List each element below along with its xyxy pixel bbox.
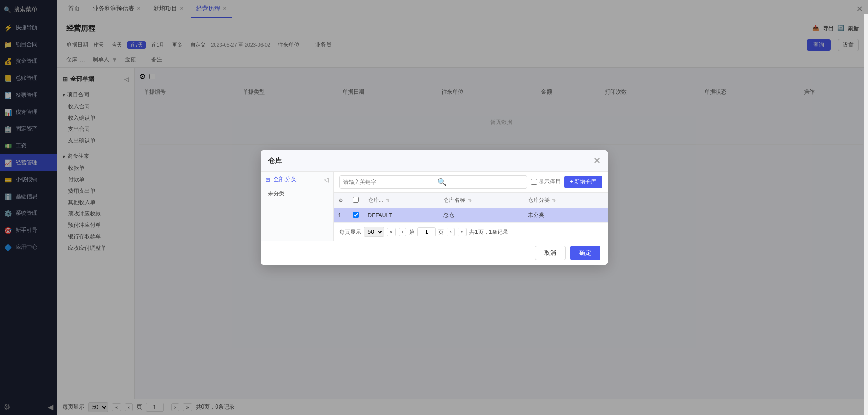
dialog-total-info: 共1页，1条记录	[469, 228, 508, 236]
grid-icon-dialog: ⊞	[265, 176, 270, 183]
show-disabled-checkbox[interactable]	[531, 179, 537, 185]
show-disabled-label: 显示停用	[539, 178, 561, 186]
dialog-page-input[interactable]	[417, 227, 436, 236]
confirm-button[interactable]: 确定	[570, 246, 600, 260]
col-warehouse-name: 仓库名称 ⇅	[439, 193, 523, 208]
warehouse-table: ⚙ 仓库... ⇅ 仓库名称	[334, 193, 608, 223]
dialog-title: 仓库	[268, 157, 594, 165]
col-warehouse-code: 仓库... ⇅	[363, 193, 439, 208]
row-checkbox[interactable]	[348, 208, 363, 223]
row-category: 未分类	[523, 208, 608, 223]
col-checkbox[interactable]	[348, 193, 363, 208]
dialog-footer: 取消 确定	[261, 241, 608, 265]
name-sort-icon[interactable]: ⇅	[468, 198, 472, 203]
modal-overlay: 仓库 ✕ ⊞ 全部分类 ◁ 未分类	[0, 0, 868, 415]
dialog-body: ⊞ 全部分类 ◁ 未分类 🔍 显示停用	[261, 172, 608, 241]
settings-col-icon[interactable]: ⚙	[338, 197, 343, 204]
col-warehouse-category: 仓库分类 ⇅	[523, 193, 608, 208]
dialog-first-page[interactable]: «	[387, 228, 396, 236]
category-sort-icon[interactable]: ⇅	[552, 198, 556, 203]
select-all-dialog-checkbox[interactable]	[353, 197, 359, 203]
dialog-table-wrapper: ⚙ 仓库... ⇅ 仓库名称	[334, 193, 608, 223]
row-settings[interactable]: 1	[334, 208, 348, 223]
dialog-right-panel: 🔍 显示停用 + 新增仓库 ⚙	[334, 172, 608, 241]
dialog-pagination: 每页显示 50 « ‹ 第 页 › » 共1页，1条记录	[334, 223, 608, 241]
add-warehouse-button[interactable]: + 新增仓库	[564, 176, 602, 188]
row-name: 总仓	[439, 208, 523, 223]
dialog-per-page-label: 每页显示	[339, 228, 361, 236]
col-settings[interactable]: ⚙	[334, 193, 348, 208]
dialog-per-page-select[interactable]: 50	[364, 227, 384, 237]
row-code: DEFAULT	[363, 208, 439, 223]
dialog-page-unit: 页	[438, 228, 444, 236]
unclassified-item[interactable]: 未分类	[261, 187, 333, 200]
all-category-label: 全部分类	[273, 175, 297, 184]
dialog-prev-page[interactable]: ‹	[399, 228, 407, 236]
search-input[interactable]	[343, 179, 435, 185]
code-sort-icon[interactable]: ⇅	[386, 198, 389, 203]
warehouse-dialog: 仓库 ✕ ⊞ 全部分类 ◁ 未分类	[261, 150, 608, 265]
search-input-wrapper: 🔍	[339, 175, 528, 189]
row-select-checkbox[interactable]	[353, 212, 359, 218]
dialog-last-page[interactable]: »	[458, 228, 467, 236]
dialog-close-button[interactable]: ✕	[594, 156, 600, 166]
cancel-button[interactable]: 取消	[535, 246, 566, 260]
table-row[interactable]: 1 DEFAULT 总仓 未分类	[334, 208, 608, 223]
dialog-collapse-btn[interactable]: ◁	[324, 176, 329, 183]
show-disabled-checkbox-label[interactable]: 显示停用	[531, 178, 561, 186]
search-icon-dialog: 🔍	[437, 178, 447, 186]
dialog-left-header[interactable]: ⊞ 全部分类 ◁	[261, 172, 333, 187]
dialog-header: 仓库 ✕	[261, 150, 608, 172]
dialog-left-panel: ⊞ 全部分类 ◁ 未分类	[261, 172, 334, 241]
dialog-next-page[interactable]: ›	[447, 228, 455, 236]
dialog-toolbar: 🔍 显示停用 + 新增仓库	[334, 172, 608, 193]
dialog-page-label: 第	[409, 228, 415, 236]
